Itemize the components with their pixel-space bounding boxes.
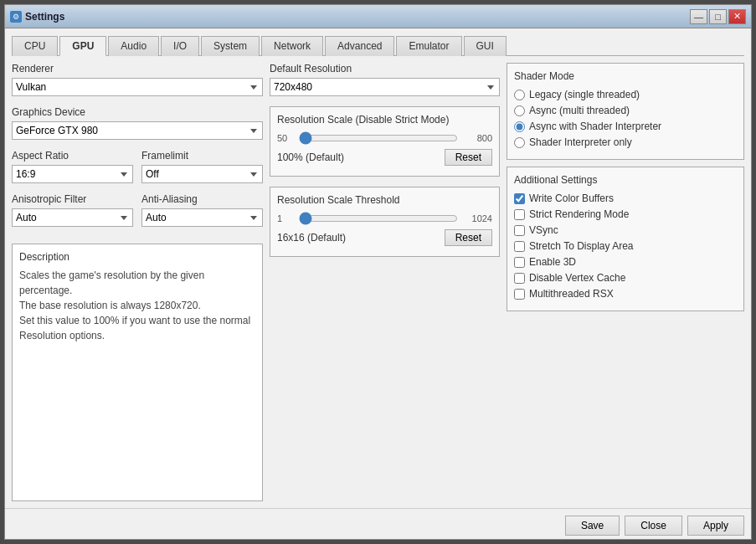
strict-rendering-row: Strict Rendering Mode bbox=[514, 208, 737, 220]
resolution-scale-label: Resolution Scale (Disable Strict Mode) bbox=[277, 114, 492, 126]
title-bar-left: ⚙ Settings bbox=[10, 11, 64, 23]
default-resolution-section: Default Resolution 720x480 1280x720 1920… bbox=[270, 63, 500, 96]
antialiasing-section: Anti-Aliasing Auto 2x 4x 8x bbox=[141, 193, 263, 227]
resolution-scale-footer: 100% (Default) Reset bbox=[277, 149, 492, 166]
tab-io[interactable]: I/O bbox=[161, 36, 199, 56]
write-color-buffers-label: Write Color Buffers bbox=[529, 192, 614, 204]
description-area: Description Scales the game's resolution… bbox=[12, 244, 263, 501]
resolution-threshold-group: Resolution Scale Threshold 1 1024 16x16 … bbox=[270, 187, 500, 257]
lower-left: Description Scales the game's resolution… bbox=[12, 237, 263, 501]
graphics-device-section: Graphics Device GeForce GTX 980 bbox=[12, 106, 263, 140]
resolution-threshold-reset-button[interactable]: Reset bbox=[445, 229, 492, 246]
shader-interpreter-only-radio[interactable] bbox=[514, 137, 525, 148]
resolution-scale-group: Resolution Scale (Disable Strict Mode) 5… bbox=[270, 106, 500, 177]
shader-legacy-row: Legacy (single threaded) bbox=[514, 89, 737, 100]
graphics-device-label: Graphics Device bbox=[12, 106, 263, 118]
footer: Save Close Apply bbox=[5, 508, 751, 539]
tab-gui[interactable]: GUI bbox=[464, 36, 507, 56]
enable-3d-label: Enable 3D bbox=[529, 256, 576, 268]
graphics-device-select[interactable]: GeForce GTX 980 bbox=[12, 121, 263, 140]
renderer-section: Renderer Vulkan OpenGL Null bbox=[12, 63, 263, 96]
window-title: Settings bbox=[25, 11, 64, 23]
resolution-scale-slider-row: 50 800 bbox=[277, 131, 492, 146]
save-button[interactable]: Save bbox=[565, 516, 620, 536]
tab-network[interactable]: Network bbox=[261, 36, 323, 56]
aspect-ratio-section: Aspect Ratio 16:9 4:3 Auto bbox=[12, 150, 133, 183]
resolution-scale-reset-button[interactable]: Reset bbox=[445, 149, 492, 166]
maximize-button[interactable]: □ bbox=[709, 9, 727, 24]
resolution-threshold-label: Resolution Scale Threshold bbox=[277, 194, 492, 206]
description-line3: Set this value to 100% if you want to us… bbox=[19, 313, 255, 343]
tab-audio[interactable]: Audio bbox=[108, 36, 159, 56]
aniso-aa-row: Anisotropic Filter Auto 2x 4x 8x 16x Ant… bbox=[12, 193, 263, 227]
tab-bar: CPU GPU Audio I/O System Network Advance… bbox=[12, 35, 744, 56]
middle-panel: Default Resolution 720x480 1280x720 1920… bbox=[270, 63, 500, 501]
vsync-checkbox[interactable] bbox=[514, 225, 525, 236]
shader-async-radio[interactable] bbox=[514, 105, 525, 116]
vsync-row: VSync bbox=[514, 224, 737, 236]
resolution-threshold-min: 1 bbox=[277, 213, 294, 223]
shader-async-interpreter-row: Async with Shader Interpreter bbox=[514, 121, 737, 132]
description-heading: Description bbox=[19, 251, 255, 263]
framelimit-select[interactable]: Off 30 60 120 bbox=[141, 165, 263, 183]
disable-vertex-cache-row: Disable Vertex Cache bbox=[514, 272, 737, 284]
main-area: Renderer Vulkan OpenGL Null Graphics Dev… bbox=[12, 63, 744, 501]
multithreaded-rsx-row: Multithreaded RSX bbox=[514, 288, 737, 300]
aspect-framelimit-row: Aspect Ratio 16:9 4:3 Auto Framelimit Of… bbox=[12, 150, 263, 183]
default-resolution-label: Default Resolution bbox=[270, 63, 500, 74]
resolution-scale-max: 800 bbox=[463, 133, 492, 143]
tab-cpu[interactable]: CPU bbox=[12, 36, 58, 56]
tab-gpu[interactable]: GPU bbox=[59, 36, 106, 56]
description-line2: The base resolution is always 1280x720. bbox=[19, 298, 255, 313]
shader-async-interpreter-radio[interactable] bbox=[514, 121, 525, 132]
enable-3d-checkbox[interactable] bbox=[514, 257, 525, 268]
resolution-threshold-max: 1024 bbox=[463, 213, 492, 223]
shader-interpreter-only-label: Shader Interpreter only bbox=[529, 136, 632, 148]
tab-advanced[interactable]: Advanced bbox=[325, 36, 394, 56]
strict-rendering-label: Strict Rendering Mode bbox=[529, 208, 629, 220]
stretch-display-row: Stretch To Display Area bbox=[514, 240, 737, 252]
anisotropic-label: Anisotropic Filter bbox=[12, 193, 133, 205]
default-resolution-select[interactable]: 720x480 1280x720 1920x1080 bbox=[270, 78, 500, 96]
close-button[interactable]: Close bbox=[625, 516, 682, 536]
aspect-ratio-select[interactable]: 16:9 4:3 Auto bbox=[12, 165, 133, 183]
multithreaded-rsx-label: Multithreaded RSX bbox=[529, 288, 614, 300]
tab-emulator[interactable]: Emulator bbox=[396, 36, 461, 56]
left-panel: Renderer Vulkan OpenGL Null Graphics Dev… bbox=[12, 63, 263, 501]
shader-mode-group: Shader Mode Legacy (single threaded) Asy… bbox=[507, 63, 744, 160]
settings-window: ⚙ Settings — □ ✕ CPU GPU Audio I/O Syste… bbox=[4, 4, 752, 540]
shader-interpreter-only-row: Shader Interpreter only bbox=[514, 136, 737, 148]
disable-vertex-cache-checkbox[interactable] bbox=[514, 273, 525, 284]
tab-system[interactable]: System bbox=[201, 36, 260, 56]
content-area: CPU GPU Audio I/O System Network Advance… bbox=[5, 28, 751, 508]
stretch-display-label: Stretch To Display Area bbox=[529, 240, 634, 252]
anisotropic-select[interactable]: Auto 2x 4x 8x 16x bbox=[12, 208, 133, 227]
additional-settings-group: Additional Settings Write Color Buffers … bbox=[507, 167, 744, 311]
close-window-button[interactable]: ✕ bbox=[728, 9, 746, 24]
resolution-threshold-slider-row: 1 1024 bbox=[277, 211, 492, 226]
additional-settings-title: Additional Settings bbox=[514, 174, 737, 186]
write-color-buffers-checkbox[interactable] bbox=[514, 193, 525, 204]
multithreaded-rsx-checkbox[interactable] bbox=[514, 289, 525, 300]
enable-3d-row: Enable 3D bbox=[514, 256, 737, 268]
stretch-display-checkbox[interactable] bbox=[514, 241, 525, 252]
shader-legacy-label: Legacy (single threaded) bbox=[529, 89, 640, 100]
aspect-ratio-label: Aspect Ratio bbox=[12, 150, 133, 162]
resolution-scale-slider[interactable] bbox=[299, 131, 458, 146]
renderer-select[interactable]: Vulkan OpenGL Null bbox=[12, 78, 263, 96]
apply-button[interactable]: Apply bbox=[687, 516, 744, 536]
resolution-threshold-slider[interactable] bbox=[299, 211, 458, 226]
title-bar: ⚙ Settings — □ ✕ bbox=[5, 5, 751, 28]
minimize-button[interactable]: — bbox=[690, 9, 707, 24]
right-panel: Shader Mode Legacy (single threaded) Asy… bbox=[507, 63, 744, 501]
shader-async-label: Async (multi threaded) bbox=[529, 105, 630, 116]
strict-rendering-checkbox[interactable] bbox=[514, 209, 525, 220]
shader-mode-title: Shader Mode bbox=[514, 70, 737, 82]
description-text: Scales the game's resolution by the give… bbox=[19, 268, 255, 343]
shader-legacy-radio[interactable] bbox=[514, 90, 525, 100]
write-color-buffers-row: Write Color Buffers bbox=[514, 192, 737, 204]
resolution-scale-min: 50 bbox=[277, 133, 294, 143]
resolution-threshold-footer: 16x16 (Default) Reset bbox=[277, 229, 492, 246]
antialiasing-label: Anti-Aliasing bbox=[141, 193, 263, 205]
antialiasing-select[interactable]: Auto 2x 4x 8x bbox=[141, 208, 263, 227]
